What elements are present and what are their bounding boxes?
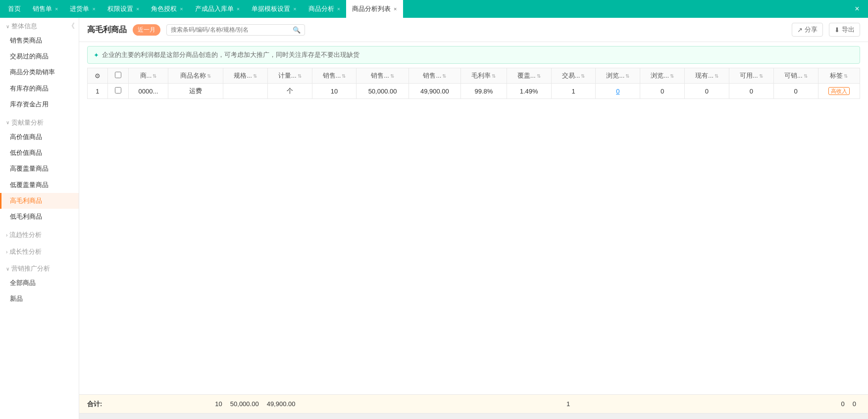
nav-role[interactable]: 角色授权 × [145,0,189,18]
nav-analysis-close[interactable]: × [337,6,340,12]
select-all-checkbox[interactable] [115,72,121,78]
sort-icon-2: ⇅ [207,73,211,79]
nav-warehouse[interactable]: 产成品入库单 × [189,0,246,18]
sidebar-item-low-value[interactable]: 低价值商品 [0,145,79,161]
info-icon: ✦ [94,51,99,59]
sidebar-item-high-margin[interactable]: 高毛利商品 [0,193,79,209]
sort-icon-10: ⇅ [581,73,585,79]
col-unit[interactable]: 计量...⇅ [267,68,312,84]
sidebar-item-high-value[interactable]: 高价值商品 [0,129,79,145]
sort-icon-13: ⇅ [715,73,718,79]
search-input[interactable] [171,26,293,33]
cell-coverage: 1.49% [507,84,551,99]
nav-analysis[interactable]: 商品分析 × [303,0,346,18]
export-icon: ⬇ [834,26,840,34]
col-saleable-stock[interactable]: 可销...⇅ [773,68,818,84]
footer-trade: 1 [562,400,574,408]
nav-warehouse-close[interactable]: × [237,6,240,12]
col-saleable-stock-label: 可销... [784,71,803,80]
nav-template-close[interactable]: × [293,6,296,12]
sidebar-group-contribution: ∨ 贡献量分析 高价值商品 低价值商品 高覆盖量商品 低覆盖量商品 高毛利商品 … [0,114,79,225]
sidebar-item-low-margin[interactable]: 低毛利商品 [0,209,79,225]
col-spec-label: 规格... [234,71,252,80]
footer-current-stock: 0 [837,400,849,408]
table-row: 1 0000... 运费 个 10 50,000.00 49,900.00 99… [88,84,860,99]
nav-permission-close[interactable]: × [136,6,139,12]
sidebar-item-high-coverage[interactable]: 高覆盖量商品 [0,161,79,177]
sort-icon-5: ⇅ [342,73,346,79]
nav-purchase-close[interactable]: × [92,6,95,12]
col-current-stock[interactable]: 现有...⇅ [685,68,729,84]
sidebar-group-growth-title[interactable]: › 成长性分析 [0,243,79,258]
sort-icon-7: ⇅ [442,73,446,79]
content-area: 高毛利商品 近一月 🔍 ↗ 分享 ⬇ 导出 ✦ 企业的主要的利润都是这部分商品创… [79,18,868,419]
sort-icon: ⇅ [153,73,156,79]
sidebar-group-marketing: ∨ 营销推广分析 全部商品 新品 [0,260,79,307]
sort-icon-6: ⇅ [390,73,394,79]
col-name[interactable]: 商品名称⇅ [168,68,223,84]
col-sale-qty[interactable]: 销售...⇅ [312,68,357,84]
sidebar: 《 ∨ 整体信息 销售类商品 交易过的商品 商品分类助销率 有库存的商品 库存资… [0,18,79,419]
nav-permission[interactable]: 权限设置 × [102,0,145,18]
sidebar-item-new-goods[interactable]: 新品 [0,291,79,307]
sidebar-group-overview-title[interactable]: ∨ 整体信息 [0,18,79,33]
horizontal-scrollbar[interactable] [79,413,868,419]
share-button[interactable]: ↗ 分享 [792,23,823,37]
col-sale-profit-label: 销售... [423,71,441,80]
col-coverage[interactable]: 覆盖...⇅ [507,68,551,84]
sidebar-item-sales-goods[interactable]: 销售类商品 [0,33,79,48]
filter-recent-month-button[interactable]: 近一月 [133,24,160,36]
col-trade[interactable]: 交易...⇅ [551,68,596,84]
sidebar-item-category-rate[interactable]: 商品分类助销率 [0,64,79,80]
export-button[interactable]: ⬇ 导出 [829,23,860,37]
data-table: ⚙ 商...⇅ 商品名称⇅ 规格...⇅ [87,68,860,99]
sidebar-group-contribution-title[interactable]: ∨ 贡献量分析 [0,114,79,129]
col-settings[interactable]: ⚙ [88,68,108,84]
cell-name: 运费 [168,84,223,99]
col-sale-profit[interactable]: 销售...⇅ [408,68,460,84]
col-gross-margin[interactable]: 毛利率⇅ [460,68,507,84]
sort-icon-15: ⇅ [804,73,808,79]
sidebar-item-traded-goods[interactable]: 交易过的商品 [0,48,79,64]
sidebar-item-all-goods[interactable]: 全部商品 [0,275,79,291]
sidebar-group-marketing-title[interactable]: ∨ 营销推广分析 [0,260,79,275]
search-icon[interactable]: 🔍 [293,26,301,34]
sidebar-item-low-coverage[interactable]: 低覆盖量商品 [0,177,79,193]
col-browse1[interactable]: 浏览...⇅ [596,68,640,84]
col-sale-amt[interactable]: 销售...⇅ [357,68,408,84]
nav-home[interactable]: 首页 [2,0,27,18]
nav-sales[interactable]: 销售单 × [27,0,64,18]
window-close-button[interactable]: × [848,0,866,18]
nav-purchase[interactable]: 进货单 × [64,0,101,18]
footer-available-stock: 0 [849,400,860,408]
col-available-stock[interactable]: 可用...⇅ [729,68,773,84]
row-checkbox[interactable] [115,87,121,93]
sidebar-item-stock-fund[interactable]: 库存资金占用 [0,96,79,112]
share-icon: ↗ [797,26,803,34]
footer-sale-qty: 10 [211,400,226,408]
nav-sales-close[interactable]: × [55,6,58,12]
cell-browse1[interactable]: 0 [596,84,640,99]
sidebar-item-in-stock-goods[interactable]: 有库存的商品 [0,81,79,96]
col-available-stock-label: 可用... [740,71,758,80]
sidebar-collapse-button[interactable]: 《 [68,22,75,31]
nav-template[interactable]: 单据模板设置 × [246,0,302,18]
col-browse2[interactable]: 浏览...⇅ [640,68,685,84]
col-code-label: 商... [140,71,152,80]
nav-analysis-list[interactable]: 商品分析列表 × [346,0,403,18]
nav-analysis-list-close[interactable]: × [394,6,397,12]
main-layout: 《 ∨ 整体信息 销售类商品 交易过的商品 商品分类助销率 有库存的商品 库存资… [0,18,868,419]
col-code[interactable]: 商...⇅ [129,68,168,84]
table-footer: 合计: 10 50,000.00 49,900.00 1 0 0 [79,394,868,413]
col-checkbox[interactable] [107,68,128,84]
sidebar-group-trend-title[interactable]: › 流趋性分析 [0,227,79,241]
nav-role-close[interactable]: × [180,6,183,12]
sort-icon-4: ⇅ [298,73,302,79]
cell-unit: 个 [267,84,312,99]
browse1-link[interactable]: 0 [616,88,619,95]
col-spec[interactable]: 规格...⇅ [223,68,267,84]
sort-icon-16: ⇅ [844,73,848,79]
col-tag[interactable]: 标签⇅ [818,68,860,84]
cell-code: 0000... [129,84,168,99]
cell-checkbox[interactable] [107,84,128,99]
